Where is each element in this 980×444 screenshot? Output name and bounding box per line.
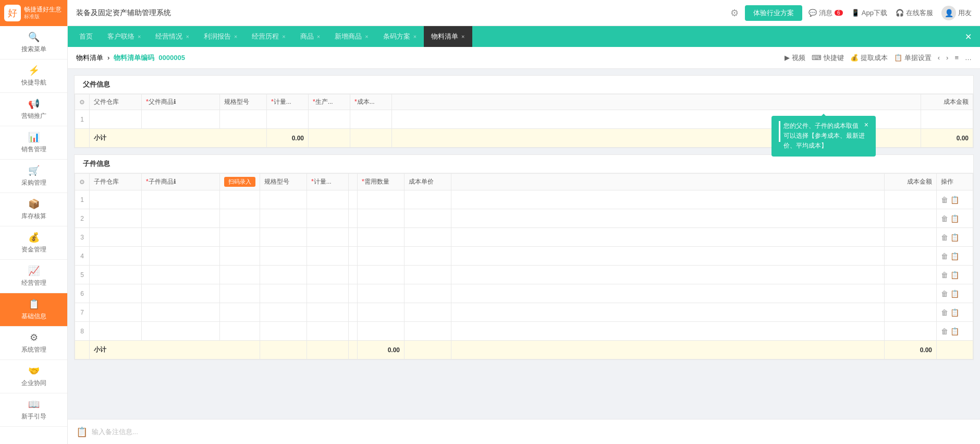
child-row-qty-3[interactable] — [358, 228, 405, 247]
tab-close-5[interactable]: × — [317, 33, 320, 40]
child-row-qty-1[interactable] — [358, 190, 405, 209]
tab-close-6[interactable]: × — [365, 33, 368, 40]
child-row-goods-7[interactable] — [142, 303, 220, 322]
scan-btn[interactable]: 扫码录入 — [224, 177, 255, 187]
child-row-price-4[interactable] — [405, 247, 451, 266]
child-row-warehouse-6[interactable] — [90, 284, 142, 303]
copy-icon-4[interactable]: 📋 — [950, 252, 959, 260]
tab-close-4[interactable]: × — [282, 33, 285, 40]
extract-cost-action[interactable]: 💰 提取成本 — [850, 53, 888, 63]
video-action[interactable]: ▶ 视频 — [785, 53, 805, 63]
tooltip-close-btn[interactable]: × — [864, 121, 868, 128]
child-row-price-5[interactable] — [405, 266, 451, 284]
child-row-goods-5[interactable] — [142, 266, 220, 284]
delete-icon-8[interactable]: 🗑 — [941, 327, 948, 335]
delete-icon-3[interactable]: 🗑 — [941, 233, 948, 242]
child-row-spec-3[interactable] — [260, 228, 307, 247]
child-row-goods-2[interactable] — [142, 209, 220, 228]
child-th-scan[interactable]: 扫码录入 — [220, 174, 260, 190]
child-row-spec-5[interactable] — [260, 266, 307, 284]
child-row-unit-8[interactable] — [307, 322, 349, 341]
copy-icon-2[interactable]: 📋 — [950, 214, 959, 223]
message-item[interactable]: 💬 消息 6 — [808, 8, 843, 18]
copy-icon-7[interactable]: 📋 — [950, 308, 959, 317]
tab-close-3[interactable]: × — [234, 33, 237, 40]
sidebar-item-经营管理[interactable]: 📈经营管理 — [0, 260, 67, 293]
child-row-spec-7[interactable] — [260, 303, 307, 322]
delete-icon-5[interactable]: 🗑 — [941, 271, 948, 279]
child-row-unit-6[interactable] — [307, 284, 349, 303]
breadcrumb-parent[interactable]: 物料清单 — [76, 53, 103, 63]
child-row-qty-8[interactable] — [358, 322, 405, 341]
parent-row-spec[interactable] — [220, 110, 267, 129]
child-row-unit-3[interactable] — [307, 228, 349, 247]
child-row-goods-1[interactable] — [142, 190, 220, 209]
nav-tab-4[interactable]: 经营历程× — [244, 26, 292, 47]
nav-close-button[interactable]: ✕ — [961, 32, 976, 42]
sidebar-item-基础信息[interactable]: 📋基础信息 — [0, 293, 67, 327]
sidebar-item-库存核算[interactable]: 📦库存核算 — [0, 193, 67, 226]
child-row-unit-5[interactable] — [307, 266, 349, 284]
sidebar-item-采购管理[interactable]: 🛒采购管理 — [0, 160, 67, 193]
child-row-unit-4[interactable] — [307, 247, 349, 266]
copy-icon-3[interactable]: 📋 — [950, 233, 959, 242]
child-row-warehouse-5[interactable] — [90, 266, 142, 284]
parent-row-warehouse[interactable] — [90, 110, 142, 129]
sidebar-item-营销推广[interactable]: 📢营销推广 — [0, 93, 67, 126]
child-row-spec-6[interactable] — [260, 284, 307, 303]
app-download-item[interactable]: 📱 App下载 — [851, 8, 887, 18]
parent-row-prod[interactable] — [309, 110, 350, 129]
nav-tab-2[interactable]: 经营情况× — [148, 26, 196, 47]
parent-row-unit[interactable] — [267, 110, 309, 129]
child-row-goods-4[interactable] — [142, 247, 220, 266]
sidebar-item-销售管理[interactable]: 📊销售管理 — [0, 126, 67, 160]
child-row-goods-3[interactable] — [142, 228, 220, 247]
child-row-warehouse-4[interactable] — [90, 247, 142, 266]
child-row-unit-7[interactable] — [307, 303, 349, 322]
child-row-warehouse-3[interactable] — [90, 228, 142, 247]
child-row-price-2[interactable] — [405, 209, 451, 228]
nav-tab-5[interactable]: 商品× — [293, 26, 327, 47]
online-service-item[interactable]: 🎧 在线客服 — [896, 8, 933, 18]
nav-tab-3[interactable]: 利润报告× — [197, 26, 244, 47]
nav-prev-btn[interactable]: ‹ — [938, 54, 940, 62]
child-th-gear[interactable]: ⚙ — [75, 174, 90, 190]
nav-tab-6[interactable]: 新增商品× — [327, 26, 375, 47]
tab-close-1[interactable]: × — [138, 33, 141, 40]
child-row-qty-5[interactable] — [358, 266, 405, 284]
copy-icon-8[interactable]: 📋 — [950, 327, 959, 335]
child-row-warehouse-8[interactable] — [90, 322, 142, 341]
parent-row-cost[interactable] — [350, 110, 392, 129]
nav-tab-1[interactable]: 客户联络× — [100, 26, 148, 47]
view-list-btn[interactable]: ≡ — [954, 54, 959, 62]
child-row-price-6[interactable] — [405, 284, 451, 303]
more-btn[interactable]: … — [965, 54, 972, 62]
child-row-qty-6[interactable] — [358, 284, 405, 303]
child-row-warehouse-7[interactable] — [90, 303, 142, 322]
child-row-spec-1[interactable] — [260, 190, 307, 209]
delete-icon-7[interactable]: 🗑 — [941, 308, 948, 317]
shortcut-action[interactable]: ⌨ 快捷键 — [812, 53, 844, 63]
child-row-spec-2[interactable] — [260, 209, 307, 228]
doc-settings-action[interactable]: 📋 单据设置 — [894, 53, 932, 63]
parent-th-gear[interactable]: ⚙ — [75, 94, 90, 110]
child-row-qty-4[interactable] — [358, 247, 405, 266]
child-row-spec-4[interactable] — [260, 247, 307, 266]
settings-icon[interactable]: ⚙ — [730, 7, 739, 19]
child-row-price-7[interactable] — [405, 303, 451, 322]
child-row-unit-2[interactable] — [307, 209, 349, 228]
child-row-qty-7[interactable] — [358, 303, 405, 322]
child-row-price-3[interactable] — [405, 228, 451, 247]
tab-close-7[interactable]: × — [413, 33, 416, 40]
sidebar-item-新手引导[interactable]: 📖新手引导 — [0, 393, 67, 427]
child-row-unit-1[interactable] — [307, 190, 349, 209]
parent-row-goods[interactable] — [142, 110, 220, 129]
trial-button[interactable]: 体验行业方案 — [745, 5, 802, 21]
copy-icon-1[interactable]: 📋 — [950, 196, 959, 204]
delete-icon-1[interactable]: 🗑 — [941, 196, 948, 204]
child-row-spec-8[interactable] — [260, 322, 307, 341]
child-row-qty-2[interactable] — [358, 209, 405, 228]
delete-icon-2[interactable]: 🗑 — [941, 214, 948, 223]
nav-tab-8[interactable]: 物料清单× — [424, 26, 472, 47]
child-row-goods-8[interactable] — [142, 322, 220, 341]
